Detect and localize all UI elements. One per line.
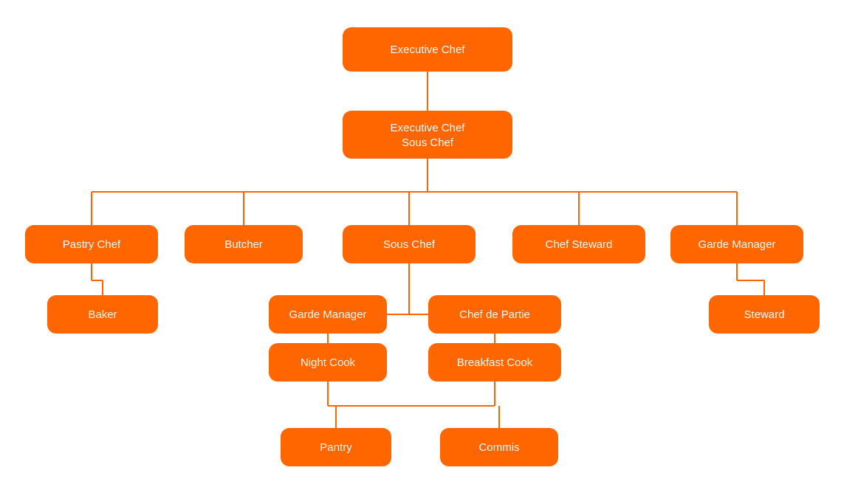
node-night-cook: Night Cook xyxy=(269,343,387,382)
node-butcher: Butcher xyxy=(185,225,303,263)
org-chart: Executive Chef Executive ChefSous Chef P… xyxy=(0,0,858,504)
node-garde-mgr-top: Garde Manager xyxy=(670,225,803,263)
node-breakfast-cook: Breakfast Cook xyxy=(428,343,561,382)
node-chef-partie: Chef de Partie xyxy=(428,295,561,334)
node-commis: Commis xyxy=(440,428,558,466)
node-baker: Baker xyxy=(47,295,158,334)
node-garde-mgr: Garde Manager xyxy=(269,295,387,334)
node-chef-steward: Chef Steward xyxy=(512,225,645,263)
node-exec-sous: Executive ChefSous Chef xyxy=(343,111,512,159)
node-sous: Sous Chef xyxy=(343,225,476,263)
node-exec-chef: Executive Chef xyxy=(343,27,512,72)
node-pastry: Pastry Chef xyxy=(25,225,158,263)
node-pantry: Pantry xyxy=(281,428,391,466)
node-steward2: Steward xyxy=(709,295,820,334)
